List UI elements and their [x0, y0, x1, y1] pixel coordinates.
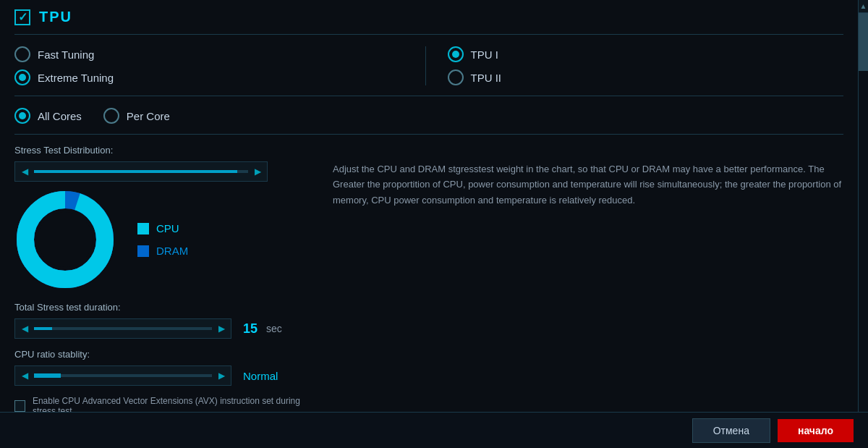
all-cores-radio[interactable] — [14, 108, 30, 124]
ratio-label: CPU ratio stablity: — [14, 349, 318, 360]
duration-slider-left[interactable]: ◀ — [15, 319, 34, 338]
tpu1-option[interactable]: TPU I — [448, 46, 844, 62]
checkmark-icon: ✓ — [18, 10, 27, 24]
scrollbar: ▲ ▼ — [858, 0, 868, 448]
chart-legend: CPU DRAM — [137, 222, 188, 257]
duration-unit: sec — [266, 323, 282, 334]
fast-tuning-label: Fast Tuning — [38, 48, 94, 61]
scroll-track — [859, 13, 868, 435]
ratio-value-display: Normal — [243, 370, 278, 382]
all-cores-label: All Cores — [38, 110, 82, 122]
donut-chart — [14, 189, 116, 290]
per-core-radio[interactable] — [103, 108, 119, 124]
ratio-slider-track — [34, 374, 212, 377]
scroll-thumb[interactable] — [859, 13, 868, 71]
duration-value-display: 15 sec — [243, 321, 282, 337]
duration-section: Total Stress test duration: ◀ ▶ 15 — [14, 302, 318, 339]
stress-distribution-label: Stress Test Distribution: — [14, 145, 843, 156]
tpu-title: TPU — [39, 9, 72, 25]
dram-color-swatch — [137, 245, 149, 257]
duration-slider[interactable]: ◀ ▶ — [14, 318, 231, 339]
tpu2-option[interactable]: TPU II — [448, 69, 844, 85]
fast-tuning-radio[interactable] — [14, 46, 30, 62]
tpu2-label: TPU II — [471, 72, 502, 84]
tuning-left-column: Fast Tuning Extreme Tuning — [14, 46, 426, 85]
slider-fill — [34, 170, 237, 173]
slider-track — [34, 170, 248, 173]
extreme-tuning-label: Extreme Tuning — [38, 72, 114, 84]
avx-checkbox[interactable] — [14, 400, 25, 412]
duration-number: 15 — [243, 321, 258, 337]
cpu-legend-item: CPU — [137, 222, 188, 234]
tpu1-radio[interactable] — [448, 46, 464, 62]
ratio-slider-fill — [34, 373, 61, 378]
cpu-ratio-section: CPU ratio stablity: ◀ ▶ Normal — [14, 349, 318, 386]
extreme-tuning-option[interactable]: Extreme Tuning — [14, 69, 411, 85]
duration-slider-right[interactable]: ▶ — [212, 319, 231, 338]
tpu-header: ✓ TPU — [14, 9, 843, 35]
ratio-slider-right[interactable]: ▶ — [212, 366, 231, 385]
core-selection-row: All Cores Per Core — [14, 108, 843, 135]
svg-point-3 — [38, 212, 93, 267]
cpu-color-swatch — [137, 223, 149, 234]
tpu1-label: TPU I — [471, 48, 498, 61]
ratio-slider[interactable]: ◀ ▶ — [14, 365, 231, 386]
start-button[interactable]: начало — [778, 419, 854, 442]
ratio-slider-left[interactable]: ◀ — [15, 366, 34, 385]
duration-label: Total Stress test duration: — [14, 302, 318, 313]
stress-description: Adjust the CPU and DRAM stgresstest weig… — [333, 161, 843, 416]
tpu2-radio[interactable] — [448, 69, 464, 85]
dram-legend-label: DRAM — [156, 245, 188, 257]
cpu-legend-label: CPU — [156, 222, 179, 234]
duration-slider-track — [34, 327, 212, 330]
scroll-up-arrow[interactable]: ▲ — [859, 0, 868, 13]
cancel-button[interactable]: Отмена — [692, 418, 770, 443]
per-core-option[interactable]: Per Core — [103, 108, 170, 124]
duration-slider-fill — [34, 327, 52, 330]
extreme-tuning-radio[interactable] — [14, 69, 30, 85]
slider-left-arrow[interactable]: ◀ — [15, 162, 34, 181]
dram-legend-item: DRAM — [137, 245, 188, 257]
description-text: Adjust the CPU and DRAM stgresstest weig… — [333, 161, 843, 208]
tuning-right-column: TPU I TPU II — [426, 46, 844, 85]
slider-right-arrow[interactable]: ▶ — [248, 162, 267, 181]
footer: Отмена начало — [0, 412, 868, 448]
all-cores-option[interactable]: All Cores — [14, 108, 82, 124]
tuning-options-row: Fast Tuning Extreme Tuning TPU I TPU II — [14, 46, 843, 96]
chart-legend-row: CPU DRAM — [14, 189, 318, 290]
tpu-checkbox[interactable]: ✓ — [14, 9, 30, 25]
fast-tuning-option[interactable]: Fast Tuning — [14, 46, 411, 62]
per-core-label: Per Core — [127, 110, 170, 122]
stress-distribution-section: Stress Test Distribution: ◀ ▶ — [14, 145, 843, 416]
stress-distribution-slider[interactable]: ◀ ▶ — [14, 161, 268, 182]
